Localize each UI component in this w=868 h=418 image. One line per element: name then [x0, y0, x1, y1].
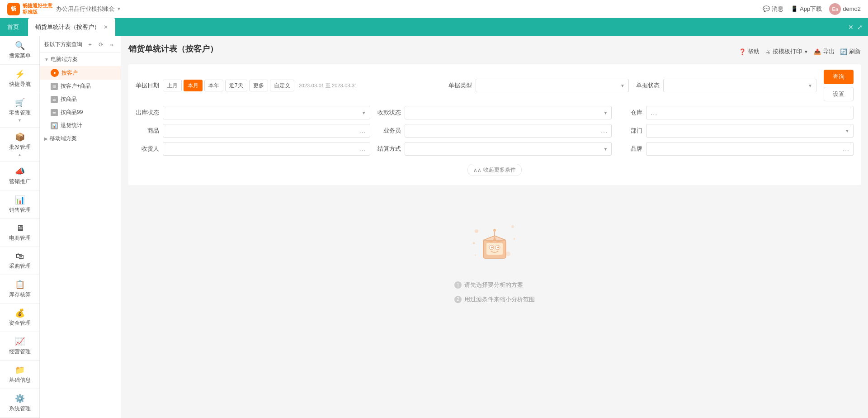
sidebar-item-finance[interactable]: 💰 资金管理 — [0, 304, 39, 332]
warehouse-label: 仓库 — [619, 109, 642, 117]
date-btn-more[interactable]: 更多 — [249, 80, 268, 91]
filter-salesperson-cell: 业务员 … — [370, 124, 612, 138]
sidebar-item-sales[interactable]: 📊 销售管理 — [0, 190, 39, 219]
query-btn[interactable]: 查询 — [824, 70, 854, 84]
outstatus-input[interactable]: ▼ — [163, 106, 370, 119]
scheme-item-return-stat[interactable]: 📊 退货统计 — [40, 119, 121, 132]
refresh-btn[interactable]: 🔄 刷新 — [840, 48, 861, 56]
print-btn[interactable]: 🖨 按模板打印 ▼ — [765, 48, 808, 56]
svg-text:✦: ✦ — [513, 237, 516, 241]
empty-text: 1 请先选择要分析的方案 2 用过滤条件来缩小分析范围 — [454, 279, 535, 305]
sidebar-item-quicknav[interactable]: ⚡ 快捷导航 — [0, 65, 39, 93]
warehouse-input[interactable]: … — [646, 106, 854, 119]
salesperson-input[interactable]: … — [405, 124, 612, 138]
export-btn[interactable]: 📤 导出 — [814, 48, 835, 56]
date-btn-this-year[interactable]: 本年 — [204, 80, 223, 91]
filter-date-cell: 单据日期 上月 本月 本年 近7天 更多 自定义 2023-03-01 至 20… — [136, 80, 441, 91]
mobile-scheme-arrow-icon: ▶ — [44, 136, 48, 141]
messages-icon: 💬 — [763, 5, 770, 12]
sidebar-item-ecommerce[interactable]: 🖥 电商管理 — [0, 219, 39, 247]
date-btn-last-month[interactable]: 上月 — [163, 80, 182, 91]
customer-goods-scheme-icon: ⊞ — [51, 83, 58, 90]
messages-btn[interactable]: 💬 消息 — [763, 5, 783, 13]
query-buttons: 查询 设置 — [824, 70, 854, 101]
brand-input[interactable]: … — [646, 142, 854, 156]
goods99-scheme-icon: ☰ — [51, 109, 58, 116]
department-input[interactable]: ▼ — [646, 124, 854, 138]
goods-scheme-icon: ☰ — [51, 96, 58, 103]
scheme-item-by-goods[interactable]: ☰ 按商品 — [40, 93, 121, 106]
sidebar-item-system[interactable]: ⚙️ 系统管理 — [0, 389, 39, 418]
outstatus-label: 出库状态 — [136, 109, 159, 117]
sidebar-item-base[interactable]: 📁 基础信息 — [0, 361, 39, 389]
tabbar: 首页 销货单统计表（按客户） ✕ ✕ ⤢ — [0, 18, 868, 36]
window-close-icon[interactable]: ✕ — [848, 24, 854, 31]
settlement-label: 结算方式 — [377, 145, 401, 153]
logo-area: 畅 畅捷通好生意 标准版 — [7, 3, 52, 15]
marketing-icon: 📣 — [15, 166, 25, 176]
doctype-input[interactable]: ▼ — [476, 79, 629, 92]
refresh-icon: 🔄 — [840, 48, 847, 55]
empty-illustration: ✦ ✦ ✦ — [467, 218, 522, 272]
tab-close-icon[interactable]: ✕ — [104, 24, 108, 30]
help-icon: ❓ — [739, 48, 746, 55]
industry-selector[interactable]: 办公用品行业模拟账套 ▼ — [56, 5, 121, 13]
empty-step-2: 2 用过滤条件来缩小分析范围 — [454, 294, 535, 305]
filter-brand-cell: 品牌 … — [612, 142, 854, 156]
scheme-item-by-customer-goods[interactable]: ⊞ 按客户+商品 — [40, 80, 121, 93]
add-scheme-btn[interactable]: + — [85, 40, 94, 49]
collapse-btn[interactable]: ∧∧ 收起更多条件 — [467, 164, 522, 176]
desktop-scheme-group: ▼ 电脑端方案 ● 按客户 ⊞ 按客户+商品 ☰ 按商品 ☰ 按商品99 📊 退… — [40, 53, 121, 132]
sidebar-item-marketing[interactable]: 📣 营销推广 — [0, 162, 39, 190]
system-icon: ⚙️ — [15, 394, 25, 404]
sidebar-item-purchase[interactable]: 🛍 采购管理 — [0, 247, 39, 275]
filter-warehouse-cell: 仓库 … — [612, 106, 854, 119]
user-profile[interactable]: Ea demo2 — [829, 3, 861, 15]
sidebar-item-retail[interactable]: 🛒 零售管理 ▼ — [0, 93, 39, 128]
app-download-btn[interactable]: 📱 App下载 — [791, 5, 822, 13]
svg-point-0 — [475, 229, 478, 233]
recipient-label: 收货人 — [136, 145, 159, 153]
date-btn-this-month[interactable]: 本月 — [184, 80, 203, 91]
sidebar-item-search[interactable]: 🔍 搜索菜单 — [0, 36, 39, 65]
goods-label: 商品 — [136, 127, 159, 135]
sidebar-item-wholesale[interactable]: 📦 批发管理 ▲ — [0, 128, 39, 162]
filter-settlement-cell: 结算方式 ▼ — [370, 142, 612, 156]
goods-dots: … — [359, 127, 366, 135]
mobile-scheme-label[interactable]: ▶ 移动端方案 — [40, 132, 121, 145]
goods-input[interactable]: … — [163, 124, 370, 138]
paymentstatus-input[interactable]: ▼ — [405, 106, 612, 119]
tab-home[interactable]: 首页 — [0, 18, 26, 36]
help-btn[interactable]: ❓ 帮助 — [739, 48, 760, 56]
refresh-scheme-btn[interactable]: ⟳ — [96, 40, 105, 49]
window-expand-icon[interactable]: ⤢ — [857, 24, 863, 31]
collapse-panel-btn[interactable]: « — [107, 40, 116, 49]
sidebar-item-operations[interactable]: 📈 经营管理 — [0, 332, 39, 361]
logo-icon: 畅 — [7, 3, 20, 15]
scheme-item-by-customer[interactable]: ● 按客户 — [40, 66, 121, 80]
settlement-input[interactable]: ▼ — [405, 142, 612, 156]
scheme-item-by-goods-99[interactable]: ☰ 按商品99 — [40, 106, 121, 119]
brand-dots: … — [842, 145, 849, 153]
recipient-input[interactable]: … — [163, 142, 370, 156]
filter-docstatus-cell: 单据状态 ▼ — [629, 79, 816, 92]
search-icon: 🔍 — [15, 41, 25, 51]
date-btn-7days[interactable]: 近7天 — [225, 80, 247, 91]
settings-btn[interactable]: 设置 — [824, 87, 854, 101]
warehouse-dots: … — [650, 109, 657, 117]
filter-row-3: 商品 … 业务员 … 部门 — [136, 124, 854, 138]
svg-point-7 — [491, 247, 493, 248]
desktop-scheme-label[interactable]: ▼ 电脑端方案 — [40, 53, 121, 66]
tab-sales-stat[interactable]: 销货单统计表（按客户） ✕ — [28, 18, 115, 36]
print-dropdown-icon: ▼ — [804, 49, 808, 54]
doctype-arrow-icon: ▼ — [620, 83, 625, 88]
filter-row-2: 出库状态 ▼ 收款状态 ▼ 仓库 — [136, 106, 854, 119]
date-btn-custom[interactable]: 自定义 — [270, 80, 294, 91]
svg-text:✦: ✦ — [472, 241, 476, 246]
svg-text:✦: ✦ — [474, 254, 476, 256]
sidebar-item-inventory[interactable]: 📋 库存核算 — [0, 275, 39, 304]
docstatus-input[interactable]: ▼ — [663, 79, 816, 92]
page-toolbar: ❓ 帮助 🖨 按模板打印 ▼ 📤 导出 🔄 刷新 — [739, 48, 861, 56]
main-layout: 🔍 搜索菜单 ⚡ 快捷导航 🛒 零售管理 ▼ 📦 批发管理 ▲ 📣 营销推广 📊… — [0, 36, 868, 418]
filter-outstatus-cell: 出库状态 ▼ — [136, 106, 370, 119]
